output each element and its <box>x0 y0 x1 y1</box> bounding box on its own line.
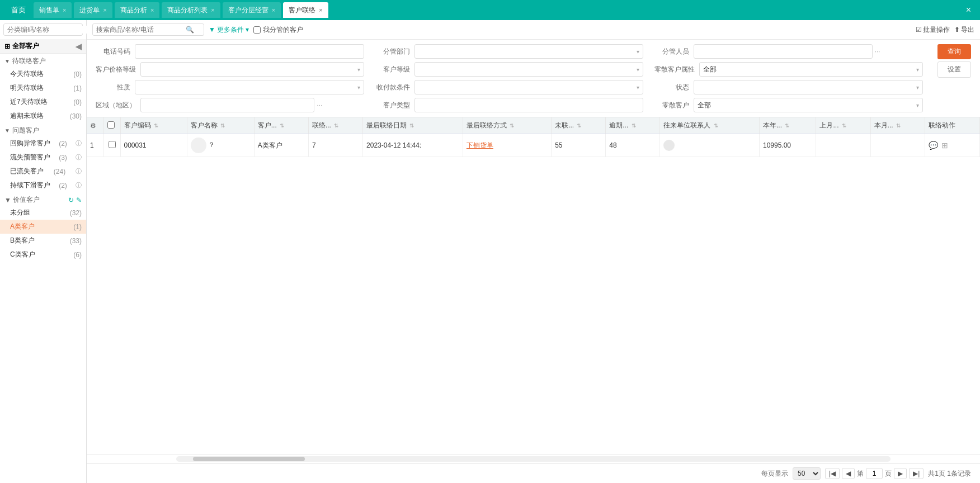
nature-select[interactable]: ▾ <box>135 80 364 94</box>
manager-input[interactable] <box>694 44 872 59</box>
tab-customer-segmentation[interactable]: 客户分层经营 × <box>223 2 281 18</box>
group-problem-customers[interactable]: ▼ 问题客户 <box>0 123 86 136</box>
page-navigation: |◀ ◀ 第 页 ▶ ▶| <box>825 468 924 479</box>
info-icon-1[interactable]: ⓘ <box>76 139 82 148</box>
main-search-input[interactable] <box>96 26 186 34</box>
sidebar-collapse-icon[interactable]: ◀ <box>76 42 82 51</box>
next-page-button[interactable]: ▶ <box>894 468 907 479</box>
tab-product-analysis-list-close[interactable]: × <box>211 7 214 13</box>
table-checkbox-col[interactable] <box>103 117 120 134</box>
manager-more-icon[interactable]: ··· <box>875 48 880 55</box>
info-icon-2[interactable]: ⓘ <box>76 153 82 162</box>
sidebar-item-tomorrow-pending[interactable]: 明天待联络 (1) <box>0 81 86 95</box>
scrollbar-thumb[interactable] <box>193 457 305 461</box>
status-select[interactable]: ▾ <box>694 80 923 94</box>
col-actions-label: 联络动作 <box>929 121 955 129</box>
query-button[interactable]: 查询 <box>937 44 971 59</box>
region-more-icon[interactable]: ··· <box>317 101 322 109</box>
row-last-method[interactable]: 下销货单 <box>463 134 551 157</box>
window-close-button[interactable]: × <box>962 5 976 15</box>
sidebar-item-today-pending[interactable]: 今天待联络 (0) <box>0 67 86 81</box>
info-icon-3[interactable]: ⓘ <box>76 167 82 176</box>
sort-icon-date[interactable]: ⇅ <box>409 122 414 129</box>
more-conditions-button[interactable]: ▼ 更多条件 ▾ <box>209 25 249 35</box>
sort-icon-overdue[interactable]: ⇅ <box>632 122 636 129</box>
sidebar-item-7days-pending[interactable]: 近7天待联络 (0) <box>0 95 86 109</box>
more-action-icon[interactable]: ⊞ <box>941 141 948 150</box>
tab-sales-order[interactable]: 销售单 × <box>34 2 72 18</box>
sidebar-search-box[interactable]: 🔍 <box>3 23 83 36</box>
prev-page-button[interactable]: ◀ <box>842 468 855 479</box>
tab-customer-contact-close[interactable]: × <box>319 7 322 13</box>
sort-icon-type[interactable]: ⇅ <box>280 122 284 129</box>
scrollbar-track[interactable] <box>176 456 891 462</box>
sidebar-item-a-class[interactable]: A类客户 (1) <box>0 220 86 234</box>
sidebar-item-c-class[interactable]: C类客户 (6) <box>0 248 86 262</box>
tab-purchase-order-close[interactable]: × <box>103 7 106 13</box>
export-button[interactable]: ⬆ 导出 <box>954 25 974 35</box>
row-company-contact <box>660 134 760 157</box>
price-level-label: 客户价格等级 <box>96 65 140 74</box>
tab-product-analysis[interactable]: 商品分析 × <box>115 2 159 18</box>
table-settings-col[interactable]: ⚙ <box>87 117 103 134</box>
sidebar-item-overdue-uncontacted[interactable]: 逾期未联络 (30) <box>0 109 86 123</box>
price-level-select[interactable]: ▾ <box>140 62 364 77</box>
retail-attr-select[interactable]: 全部 ▾ <box>699 62 923 77</box>
tab-product-analysis-close[interactable]: × <box>150 7 154 13</box>
page-number-input[interactable] <box>866 468 883 479</box>
phone-input[interactable] <box>135 44 364 59</box>
customer-level-select[interactable]: ▾ <box>414 62 644 77</box>
my-customers-checkbox[interactable]: 我分管的客户 <box>253 25 303 35</box>
region-input[interactable] <box>140 98 314 112</box>
sort-icon-year[interactable]: ⇅ <box>785 122 789 129</box>
main-search-icon[interactable]: 🔍 <box>186 26 194 34</box>
customer-type-input[interactable] <box>414 98 644 112</box>
last-method-link[interactable]: 下销货单 <box>467 141 493 149</box>
contact-action-icon[interactable]: 💬 <box>929 141 938 150</box>
row-checkbox[interactable] <box>103 134 120 157</box>
sort-icon-name[interactable]: ⇅ <box>220 122 225 129</box>
sidebar-item-declining[interactable]: 持续下滑客户 (2) ⓘ <box>0 178 86 192</box>
sidebar-item-ungrouped[interactable]: 未分组 (32) <box>0 206 86 220</box>
dept-select[interactable]: ▾ <box>414 44 644 59</box>
my-customers-check-input[interactable] <box>253 26 261 34</box>
info-icon-4[interactable]: ⓘ <box>76 181 82 190</box>
sidebar-item-b-class[interactable]: B类客户 (33) <box>0 234 86 248</box>
select-all-checkbox[interactable] <box>107 121 115 129</box>
last-page-button[interactable]: ▶| <box>909 468 924 479</box>
search-box[interactable]: 🔍 <box>92 23 204 36</box>
page-size-select[interactable]: 50 <box>793 467 821 480</box>
group-pending-contact[interactable]: ▼ 待联络客户 <box>0 54 86 67</box>
retail-customer-label: 零散客户 <box>654 101 694 110</box>
home-tab[interactable]: 首页 <box>4 5 32 15</box>
tab-sales-order-close[interactable]: × <box>63 7 66 13</box>
retail-customer-select[interactable]: 全部 ▾ <box>694 98 923 112</box>
tab-purchase-order[interactable]: 进货单 × <box>74 2 112 18</box>
sidebar-item-churned[interactable]: 已流失客户 (24) ⓘ <box>0 164 86 178</box>
total-records-label: 共1页 1条记录 <box>928 469 971 479</box>
sort-icon-contact[interactable]: ⇅ <box>334 122 338 129</box>
tab-customer-segmentation-close[interactable]: × <box>272 7 275 13</box>
arrow-down-icon-2: ▼ <box>4 127 10 134</box>
sort-icon-last-month[interactable]: ⇅ <box>842 122 846 129</box>
sidebar-item-churn-warning[interactable]: 流失预警客户 (3) ⓘ <box>0 150 86 164</box>
refresh-icon[interactable]: ↻ <box>68 196 74 204</box>
sort-icon-code[interactable]: ⇅ <box>154 122 158 129</box>
sidebar-search-input[interactable] <box>7 26 91 34</box>
batch-operation-button[interactable]: ☑ 批量操作 <box>916 25 950 35</box>
overdue-uncontacted-count: (30) <box>70 112 82 120</box>
payment-select[interactable]: ▾ <box>414 80 644 94</box>
sort-icon-company[interactable]: ⇅ <box>714 122 718 129</box>
first-page-button[interactable]: |◀ <box>825 468 840 479</box>
settings-button[interactable]: 设置 <box>937 61 971 78</box>
sort-icon-this-month[interactable]: ⇅ <box>896 122 901 129</box>
edit-icon[interactable]: ✎ <box>76 196 82 204</box>
row-select-checkbox[interactable] <box>109 141 116 148</box>
tab-product-analysis-list[interactable]: 商品分析列表 × <box>162 2 220 18</box>
sort-icon-method[interactable]: ⇅ <box>510 122 514 129</box>
tab-customer-contact[interactable]: 客户联络 × <box>283 2 328 18</box>
sidebar-item-repurchase-anomaly[interactable]: 回购异常客户 (2) ⓘ <box>0 136 86 150</box>
manager-label: 分管人员 <box>654 47 694 56</box>
sort-icon-uncontacted[interactable]: ⇅ <box>577 122 581 129</box>
col-last-method: 最后联络方式 ⇅ <box>463 117 551 134</box>
